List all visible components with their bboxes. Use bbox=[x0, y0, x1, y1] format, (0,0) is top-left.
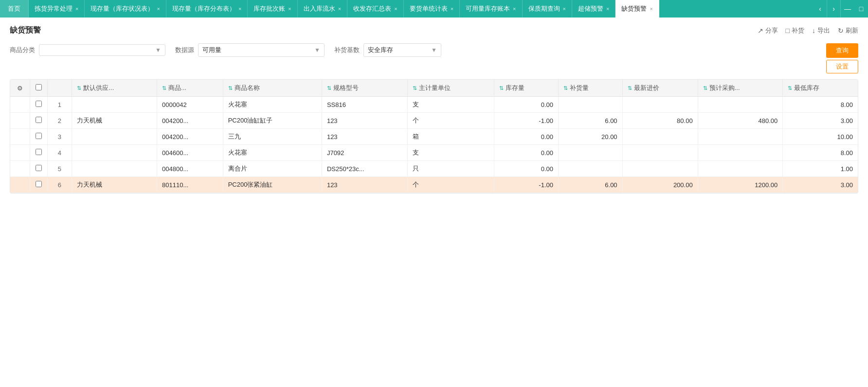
th-code[interactable]: ⇅商品... bbox=[157, 80, 223, 97]
td-est-purchase-0 bbox=[698, 97, 783, 113]
th-replenish[interactable]: ⇅补货量 bbox=[559, 80, 623, 97]
refresh-button[interactable]: ↻ 刷新 bbox=[838, 26, 858, 35]
td-est-purchase-2 bbox=[698, 129, 783, 145]
td-checkbox-0[interactable] bbox=[30, 97, 47, 113]
td-spec-3: J7092 bbox=[322, 145, 407, 161]
tab-close-inout-flow[interactable]: × bbox=[338, 6, 341, 12]
td-supplier-1: 力天机械 bbox=[72, 113, 157, 129]
td-stock-2: 0.00 bbox=[494, 129, 559, 145]
data-table: ⚙ ⇅默认供应... ⇅商品... ⇅商品名称 ⇅规格型号 bbox=[10, 80, 858, 193]
table-row[interactable]: 5 004800... 离合片 DS250*23c... 只 0.00 1.00 bbox=[10, 161, 858, 177]
datasource-select-text: 可用量 bbox=[202, 46, 310, 54]
tab-home[interactable]: 首页 bbox=[0, 0, 29, 18]
tab-batch-account[interactable]: 库存批次账 × bbox=[248, 0, 297, 18]
th-name[interactable]: ⇅商品名称 bbox=[223, 80, 322, 97]
tab-prev-btn[interactable]: ‹ bbox=[814, 0, 827, 18]
row-checkbox-4[interactable] bbox=[36, 165, 42, 171]
row-checkbox-1[interactable] bbox=[36, 117, 42, 123]
th-unit[interactable]: ⇅主计量单位 bbox=[407, 80, 494, 97]
td-checkbox-1[interactable] bbox=[30, 113, 47, 129]
tab-close-shortage[interactable]: × bbox=[650, 6, 652, 12]
tab-close-collection[interactable]: × bbox=[394, 6, 397, 12]
th-min-stock[interactable]: ⇅最低库存 bbox=[783, 80, 858, 97]
export-button[interactable]: ↓ 导出 bbox=[812, 26, 830, 35]
td-latest-price-4 bbox=[622, 161, 698, 177]
settings-button[interactable]: 设置 bbox=[826, 60, 858, 73]
tab-demand-stat[interactable]: 要货单统计表 × bbox=[404, 0, 460, 18]
tab-overstock[interactable]: 超储预警 × bbox=[572, 0, 615, 18]
tab-close-inventory-dist[interactable]: × bbox=[238, 6, 241, 12]
query-button[interactable]: 查询 bbox=[826, 43, 858, 58]
td-replenish-3 bbox=[559, 145, 623, 161]
tab-abnormal[interactable]: 拣货异常处理 × bbox=[29, 0, 85, 18]
row-checkbox-2[interactable] bbox=[36, 133, 42, 139]
td-est-purchase-4 bbox=[698, 161, 783, 177]
td-code-1: 004200... bbox=[157, 113, 223, 129]
tab-next-btn[interactable]: › bbox=[827, 0, 841, 18]
th-supplier[interactable]: ⇅默认供应... bbox=[72, 80, 157, 97]
category-select[interactable]: ▼ bbox=[39, 44, 165, 56]
replenish-basis-select[interactable]: 安全库存 ▼ bbox=[363, 43, 441, 57]
tab-inout-flow[interactable]: 出入库流水 × bbox=[298, 0, 347, 18]
td-spec-2: 123 bbox=[322, 129, 407, 145]
row-checkbox-3[interactable] bbox=[36, 149, 42, 155]
td-checkbox-3[interactable] bbox=[30, 145, 47, 161]
td-replenish-1: 6.00 bbox=[559, 113, 623, 129]
th-checkbox[interactable] bbox=[30, 80, 47, 97]
table-row[interactable]: 2 力天机械 004200... PC200油缸缸子 123 个 -1.00 6… bbox=[10, 113, 858, 129]
filter-actions: 查询 设置 bbox=[826, 43, 858, 73]
tab-minimize-btn[interactable]: — bbox=[841, 0, 854, 18]
tab-close-available[interactable]: × bbox=[513, 6, 516, 12]
tab-close-inventory-status[interactable]: × bbox=[157, 6, 160, 12]
tab-close-expiry[interactable]: × bbox=[563, 6, 566, 12]
sort-min-stock-icon: ⇅ bbox=[788, 85, 792, 91]
th-est-purchase[interactable]: ⇅预计采购... bbox=[698, 80, 783, 97]
tab-close-demand-stat[interactable]: × bbox=[451, 6, 453, 12]
tab-close-overstock[interactable]: × bbox=[606, 6, 609, 12]
th-spec[interactable]: ⇅规格型号 bbox=[322, 80, 407, 97]
export-icon: ↓ bbox=[812, 27, 815, 35]
table-row[interactable]: 1 0000042 火花塞 SS816 支 0.00 8.00 bbox=[10, 97, 858, 113]
td-name-5: PC200张紧油缸 bbox=[223, 177, 322, 193]
page-title-row: 缺货预警 ↗ 分享 □ 补货 ↓ 导出 ↻ 刷新 bbox=[10, 25, 858, 35]
data-table-wrapper: ⚙ ⇅默认供应... ⇅商品... ⇅商品名称 ⇅规格型号 bbox=[10, 79, 858, 194]
td-num-2: 3 bbox=[47, 129, 72, 145]
tab-collection[interactable]: 收发存汇总表 × bbox=[347, 0, 403, 18]
tab-expiry[interactable]: 保质期查询 × bbox=[523, 0, 572, 18]
row-checkbox-0[interactable] bbox=[36, 101, 42, 107]
td-checkbox-5[interactable] bbox=[30, 177, 47, 193]
tab-inventory-status[interactable]: 现存量（库存状况表） × bbox=[85, 0, 166, 18]
tab-inventory-dist[interactable]: 现存量（库存分布表） × bbox=[166, 0, 248, 18]
td-num-4: 5 bbox=[47, 161, 72, 177]
share-button[interactable]: ↗ 分享 bbox=[758, 26, 778, 35]
tab-close-batch-account[interactable]: × bbox=[288, 6, 291, 12]
td-replenish-0 bbox=[559, 97, 623, 113]
td-checkbox-4[interactable] bbox=[30, 161, 47, 177]
tab-available[interactable]: 可用量库存账本 × bbox=[460, 0, 522, 18]
row-checkbox-5[interactable] bbox=[36, 181, 42, 187]
td-unit-0: 支 bbox=[407, 97, 494, 113]
table-row[interactable]: 4 004600... 火花塞 J7092 支 0.00 8.00 bbox=[10, 145, 858, 161]
td-name-0: 火花塞 bbox=[223, 97, 322, 113]
th-stock[interactable]: ⇅库存量 bbox=[494, 80, 559, 97]
replenish-button[interactable]: □ 补货 bbox=[786, 26, 804, 35]
td-est-purchase-3 bbox=[698, 145, 783, 161]
replenish-basis-label: 补货基数 bbox=[334, 46, 360, 54]
th-latest-price[interactable]: ⇅最新进价 bbox=[622, 80, 698, 97]
td-gear-3 bbox=[10, 145, 30, 161]
datasource-select[interactable]: 可用量 ▼ bbox=[198, 43, 325, 57]
td-latest-price-0 bbox=[622, 97, 698, 113]
td-checkbox-2[interactable] bbox=[30, 129, 47, 145]
td-gear-2 bbox=[10, 129, 30, 145]
tab-close-abnormal[interactable]: × bbox=[75, 6, 78, 12]
td-spec-0: SS816 bbox=[322, 97, 407, 113]
replenish-basis-select-text: 安全库存 bbox=[368, 46, 427, 54]
select-all-checkbox[interactable] bbox=[36, 84, 42, 90]
th-gear[interactable]: ⚙ bbox=[10, 80, 30, 97]
table-row[interactable]: 6 力天机械 801110... PC200张紧油缸 123 个 -1.00 6… bbox=[10, 177, 858, 193]
table-row[interactable]: 3 004200... 三九 123 箱 0.00 20.00 10.00 bbox=[10, 129, 858, 145]
tab-maximize-btn[interactable]: □ bbox=[854, 0, 868, 18]
tab-shortage[interactable]: 缺货预警 × bbox=[615, 0, 659, 18]
td-unit-4: 只 bbox=[407, 161, 494, 177]
td-replenish-5: 6.00 bbox=[559, 177, 623, 193]
